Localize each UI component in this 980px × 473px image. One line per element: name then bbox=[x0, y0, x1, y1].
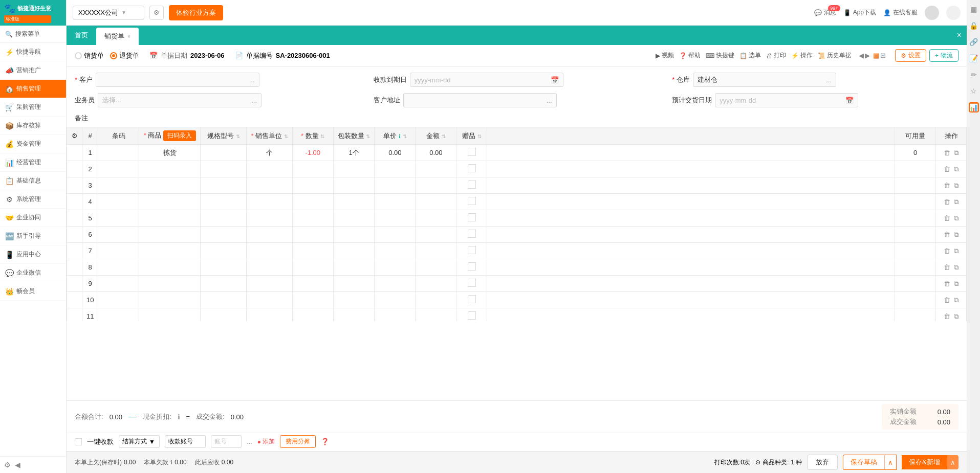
sidebar-item-new-guide[interactable]: 🆕新手引导 bbox=[0, 227, 66, 245]
sidebar-item-sales-mgmt[interactable]: 🏠销售管理 bbox=[0, 80, 66, 98]
row-pkg-qty[interactable] bbox=[333, 161, 375, 177]
delete-icon[interactable]: 🗑 bbox=[944, 149, 950, 156]
delete-icon[interactable]: 🗑 bbox=[944, 198, 950, 206]
row-price[interactable] bbox=[375, 161, 416, 177]
row-price[interactable] bbox=[375, 308, 416, 322]
row-amount[interactable] bbox=[416, 161, 456, 177]
row-gift[interactable] bbox=[456, 177, 487, 194]
row-spec[interactable] bbox=[201, 276, 247, 292]
app-download-button[interactable]: 📱 App下载 bbox=[843, 8, 876, 17]
row-qty[interactable] bbox=[292, 243, 333, 259]
help-action[interactable]: ❓ 帮助 bbox=[679, 51, 701, 60]
row-qty[interactable] bbox=[292, 308, 333, 322]
row-spec[interactable] bbox=[201, 308, 247, 322]
right-arrow-icon[interactable]: ▶ bbox=[865, 52, 870, 59]
row-pkg-qty[interactable] bbox=[333, 227, 375, 243]
row-product[interactable] bbox=[139, 292, 201, 308]
row-gift[interactable] bbox=[456, 194, 487, 210]
row-gift[interactable] bbox=[456, 145, 487, 161]
row-qty[interactable] bbox=[292, 210, 333, 227]
right-panel-icon-3[interactable]: 🔗 bbox=[969, 37, 979, 47]
discount-info-icon[interactable]: ℹ bbox=[178, 413, 180, 421]
row-product[interactable] bbox=[139, 177, 201, 194]
customer-addr-input[interactable]: ... bbox=[403, 93, 557, 107]
row-unit[interactable] bbox=[247, 177, 292, 194]
right-panel-icon-4[interactable]: 📝 bbox=[969, 53, 979, 63]
row-product[interactable]: 拣货 bbox=[139, 145, 201, 161]
copy-icon[interactable]: ⧉ bbox=[954, 231, 959, 238]
row-qty[interactable] bbox=[292, 227, 333, 243]
owing-info-icon[interactable]: ℹ bbox=[170, 459, 172, 466]
row-amount[interactable] bbox=[416, 292, 456, 308]
row-price[interactable] bbox=[375, 259, 416, 276]
row-barcode[interactable] bbox=[98, 210, 139, 227]
sidebar-item-finance-mgmt[interactable]: 💰资金管理 bbox=[0, 135, 66, 153]
row-barcode[interactable] bbox=[98, 292, 139, 308]
row-unit[interactable] bbox=[247, 292, 292, 308]
sidebar-search[interactable]: 🔍 搜索菜单 bbox=[0, 26, 66, 43]
row-amount[interactable] bbox=[416, 243, 456, 259]
row-unit[interactable] bbox=[247, 210, 292, 227]
copy-icon[interactable]: ⧉ bbox=[954, 247, 959, 255]
row-barcode[interactable] bbox=[98, 227, 139, 243]
right-panel-icon-1[interactable]: ▤ bbox=[969, 4, 979, 14]
row-amount[interactable] bbox=[416, 259, 456, 276]
radio-sales-order[interactable]: 销货单 bbox=[75, 51, 104, 60]
row-qty[interactable] bbox=[292, 276, 333, 292]
row-price[interactable] bbox=[375, 210, 416, 227]
row-spec[interactable] bbox=[201, 227, 247, 243]
row-spec[interactable] bbox=[201, 145, 247, 161]
delete-icon[interactable]: 🗑 bbox=[944, 231, 950, 238]
company-selector[interactable]: XXXXXX公司 ▼ bbox=[73, 6, 144, 20]
row-spec[interactable] bbox=[201, 259, 247, 276]
sidebar-item-enterprise-wx[interactable]: 💬企业微信 bbox=[0, 264, 66, 282]
row-pkg-qty[interactable] bbox=[333, 259, 375, 276]
delete-icon[interactable]: 🗑 bbox=[944, 165, 950, 173]
row-amount[interactable] bbox=[416, 227, 456, 243]
row-barcode[interactable] bbox=[98, 161, 139, 177]
row-gift[interactable] bbox=[456, 259, 487, 276]
sidebar-item-basic-info[interactable]: 📋基础信息 bbox=[0, 172, 66, 190]
row-barcode[interactable] bbox=[98, 194, 139, 210]
expense-help-icon[interactable]: ❓ bbox=[321, 438, 329, 445]
delete-icon[interactable]: 🗑 bbox=[944, 280, 950, 287]
row-gift[interactable] bbox=[456, 161, 487, 177]
row-gift[interactable] bbox=[456, 276, 487, 292]
settings-button[interactable]: ⚙ 设置 bbox=[895, 49, 926, 62]
row-unit[interactable] bbox=[247, 243, 292, 259]
row-qty[interactable]: -1.00 bbox=[292, 145, 333, 161]
flow-button[interactable]: + 物流 bbox=[929, 49, 959, 62]
sidebar-item-operations-mgmt[interactable]: 📊经营管理 bbox=[0, 153, 66, 172]
shortcut-action[interactable]: ⌨ 快捷键 bbox=[706, 51, 734, 60]
sidebar-item-app-center[interactable]: 📱应用中心 bbox=[0, 245, 66, 264]
radio-return-order[interactable]: 退货单 bbox=[110, 51, 139, 60]
row-price[interactable] bbox=[375, 292, 416, 308]
right-panel-icon-7[interactable]: 📊 bbox=[969, 102, 979, 112]
sidebar-item-quick-nav[interactable]: ⚡快捷导航 bbox=[0, 43, 66, 61]
copy-icon[interactable]: ⧉ bbox=[954, 263, 959, 271]
expected-date-input[interactable]: yyyy-mm-dd 📅 bbox=[715, 93, 858, 107]
delete-icon[interactable]: 🗑 bbox=[944, 247, 950, 255]
row-unit[interactable] bbox=[247, 308, 292, 322]
row-price[interactable] bbox=[375, 194, 416, 210]
salesman-input[interactable]: 选择... ... bbox=[98, 93, 262, 107]
left-arrow-icon[interactable]: ◀ bbox=[859, 52, 864, 59]
copy-icon[interactable]: ⧉ bbox=[954, 280, 959, 287]
row-qty[interactable] bbox=[292, 292, 333, 308]
tab-sales-order[interactable]: 销货单 × bbox=[96, 28, 139, 45]
row-gift[interactable] bbox=[456, 292, 487, 308]
row-barcode[interactable] bbox=[98, 243, 139, 259]
delete-icon[interactable]: 🗑 bbox=[944, 296, 950, 304]
row-gift[interactable] bbox=[456, 227, 487, 243]
list-view-icon[interactable]: ▦ bbox=[873, 52, 879, 59]
row-price[interactable]: 0.00 bbox=[375, 145, 416, 161]
row-spec[interactable] bbox=[201, 292, 247, 308]
row-price[interactable] bbox=[375, 227, 416, 243]
delete-icon[interactable]: 🗑 bbox=[944, 312, 950, 320]
row-product[interactable] bbox=[139, 243, 201, 259]
row-unit[interactable] bbox=[247, 276, 292, 292]
row-barcode[interactable] bbox=[98, 145, 139, 161]
row-qty[interactable] bbox=[292, 259, 333, 276]
trial-button[interactable]: 体验行业方案 bbox=[169, 5, 223, 20]
history-action[interactable]: 📜 历史单据 bbox=[818, 51, 852, 60]
